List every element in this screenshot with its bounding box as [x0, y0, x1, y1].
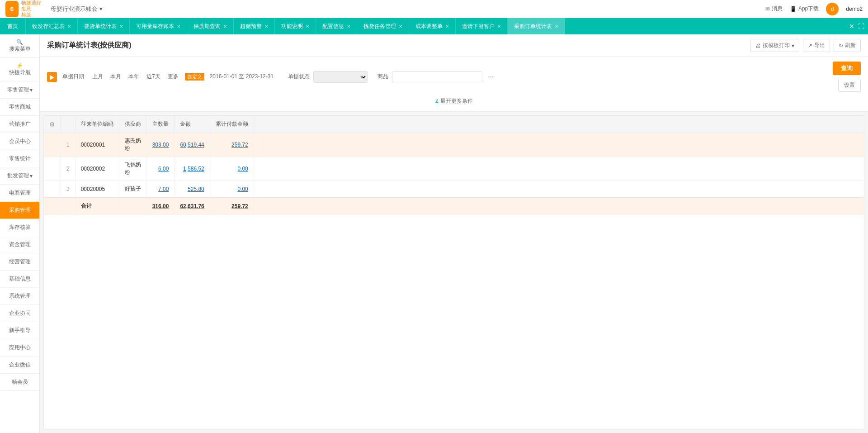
- tab-expiry-query[interactable]: 保质期查询 ✕: [187, 18, 234, 34]
- tab-overstock-warning[interactable]: 超储预警 ✕: [234, 18, 275, 34]
- shortcut-7days[interactable]: 近7天: [144, 72, 163, 81]
- shortcut-this-month[interactable]: 本月: [108, 72, 124, 81]
- avatar[interactable]: d: [826, 3, 839, 15]
- row-settings: [44, 157, 61, 181]
- footer-index: [61, 197, 75, 215]
- maximize-icon[interactable]: ⛶: [858, 23, 864, 30]
- tab-order-stats[interactable]: 要货单统计表 ✕: [78, 18, 130, 34]
- sidebar-item-operations[interactable]: 经营管理: [0, 253, 39, 271]
- close-all-icon[interactable]: ✕: [849, 23, 854, 30]
- collapse-button[interactable]: ▶: [47, 72, 57, 82]
- download-icon: 📱: [790, 6, 797, 12]
- close-icon[interactable]: ✕: [347, 24, 350, 29]
- layout: 🔍 搜索菜单 ⚡ 快捷导航 零售管理 ▾ 零售商城 营销推广 会员中心 零售统计…: [0, 34, 868, 433]
- expand-more-button[interactable]: ⊻ 展开更多条件: [435, 97, 473, 105]
- status-select[interactable]: [313, 71, 368, 83]
- filter-status-area: 单据状态 ▾: [288, 71, 363, 83]
- app-download-button[interactable]: 📱 App下载: [790, 5, 819, 13]
- sidebar-item-retail-mgmt[interactable]: 零售管理 ▾: [0, 81, 39, 99]
- main-content: 采购订单统计表(按供应商) 🖨 按模板打印 ▾ ↗ 导出 ↻ 刷新: [40, 34, 868, 433]
- close-icon[interactable]: ✕: [223, 24, 227, 29]
- tab-invite-downstream[interactable]: 邀请下游客户 ✕: [456, 18, 508, 34]
- close-icon[interactable]: ✕: [119, 24, 123, 29]
- row-amount[interactable]: 525.80: [175, 181, 210, 198]
- sidebar-item-member2[interactable]: 畅会员: [0, 374, 39, 391]
- row-paid[interactable]: 259.72: [210, 133, 254, 157]
- shortcut-last-month[interactable]: 上月: [90, 72, 106, 81]
- export-button[interactable]: ↗ 导出: [803, 39, 830, 52]
- sidebar-item-enterprise-collab[interactable]: 企业协同: [0, 305, 39, 322]
- row-quantity[interactable]: 6.00: [146, 157, 175, 181]
- ellipsis-icon[interactable]: ···: [488, 73, 494, 81]
- row-quantity[interactable]: 303.00: [146, 133, 175, 157]
- row-paid[interactable]: 0.00: [210, 157, 254, 181]
- row-unit-code: 00020005: [75, 181, 119, 198]
- sidebar-item-retail-mall[interactable]: 零售商城: [0, 99, 39, 116]
- settings-icon[interactable]: ⚙: [49, 121, 55, 128]
- workspace-title[interactable]: 母婴行业演示账套 ▾: [51, 5, 760, 13]
- logo-icon: 6: [5, 1, 19, 17]
- settings-button[interactable]: 设置: [838, 79, 861, 92]
- row-amount[interactable]: 60,519.44: [175, 133, 210, 157]
- sidebar-item-wholesale[interactable]: 批发管理 ▾: [0, 167, 39, 185]
- close-icon[interactable]: ✕: [67, 24, 71, 29]
- refresh-button[interactable]: ↻ 刷新: [834, 39, 861, 52]
- goods-input[interactable]: [396, 74, 478, 80]
- close-icon[interactable]: ✕: [399, 24, 402, 29]
- sidebar-item-marketing[interactable]: 营销推广: [0, 116, 39, 133]
- refresh-icon: ↻: [839, 43, 843, 49]
- sidebar-item-app-center[interactable]: 应用中心: [0, 339, 39, 357]
- close-icon[interactable]: ✕: [497, 24, 501, 29]
- row-amount[interactable]: 1,586.52: [175, 157, 210, 181]
- logo-area: 6 畅捷通好生意 标版: [5, 0, 45, 18]
- tab-function-desc[interactable]: 功能说明 ✕: [275, 18, 316, 34]
- close-icon[interactable]: ✕: [177, 24, 180, 29]
- custom-badge: 自定义: [185, 73, 204, 81]
- tab-receipt-summary[interactable]: 收发存汇总表 ✕: [26, 18, 78, 34]
- sidebar-item-enterprise-wechat[interactable]: 企业微信: [0, 357, 39, 374]
- sidebar-item-search[interactable]: 🔍 搜索菜单: [0, 34, 39, 58]
- sidebar-item-finance[interactable]: 资金管理: [0, 236, 39, 253]
- tab-pick-task[interactable]: 拣货任务管理 ✕: [357, 18, 409, 34]
- tab-config-info[interactable]: 配置信息 ✕: [316, 18, 357, 34]
- sidebar-item-newcomer[interactable]: 新手引导: [0, 322, 39, 339]
- sidebar-item-ecommerce[interactable]: 电商管理: [0, 185, 39, 202]
- filter-toggle-row: ⊻ 展开更多条件: [47, 95, 861, 107]
- sidebar-item-system[interactable]: 系统管理: [0, 288, 39, 305]
- row-paid[interactable]: 0.00: [210, 181, 254, 198]
- status-select-wrapper: ▾: [313, 71, 363, 83]
- chevron-down-icon: ▾: [30, 87, 33, 93]
- sidebar-item-purchase[interactable]: 采购管理: [0, 202, 39, 219]
- close-icon[interactable]: ✕: [306, 24, 309, 29]
- shortcut-this-year[interactable]: 本年: [126, 72, 142, 81]
- query-button[interactable]: 查询: [833, 62, 861, 75]
- tab-home[interactable]: 首页: [0, 18, 26, 34]
- tab-inventory-book[interactable]: 可用量库存账本 ✕: [130, 18, 187, 34]
- tab-purchase-order-stats[interactable]: 采购订单统计表 ✕: [508, 18, 565, 34]
- th-settings[interactable]: ⚙: [44, 116, 61, 133]
- tab-cost-adjust[interactable]: 成本调整单 ✕: [409, 18, 456, 34]
- close-icon[interactable]: ✕: [555, 24, 558, 29]
- shortcut-more[interactable]: 更多: [165, 72, 181, 81]
- sidebar-item-basic-info[interactable]: 基础信息: [0, 271, 39, 288]
- top-bar: 6 畅捷通好生意 标版 母婴行业演示账套 ▾ ✉ 消息 📱 App下载 d de…: [0, 0, 868, 18]
- close-icon[interactable]: ✕: [445, 24, 449, 29]
- message-button[interactable]: ✉ 消息: [765, 5, 783, 13]
- row-settings: [44, 181, 61, 198]
- chevron-down-icon[interactable]: ▾: [99, 5, 103, 12]
- sidebar-item-member[interactable]: 会员中心: [0, 133, 39, 150]
- sidebar-item-inventory[interactable]: 库存核算: [0, 219, 39, 236]
- logo-text: 畅捷通好生意: [21, 0, 45, 12]
- sidebar-item-shortcut[interactable]: ⚡ 快捷导航: [0, 58, 39, 81]
- print-button[interactable]: 🖨 按模板打印 ▾: [750, 39, 799, 52]
- row-supplier: 飞鹤奶粉: [119, 157, 146, 181]
- row-quantity[interactable]: 7.00: [146, 181, 175, 198]
- th-spacer: [254, 116, 864, 133]
- date-range: 2016-01-01 至 2023-12-31: [210, 73, 274, 81]
- row-unit-code: 00020001: [75, 133, 119, 157]
- th-paid: 累计付款金额: [210, 116, 254, 133]
- user-name[interactable]: demo2: [846, 6, 863, 12]
- sidebar-item-retail-stats[interactable]: 零售统计: [0, 150, 39, 167]
- close-icon[interactable]: ✕: [264, 24, 268, 29]
- table-footer-row: 合计 316.00 62,631.76 259.72: [44, 197, 864, 215]
